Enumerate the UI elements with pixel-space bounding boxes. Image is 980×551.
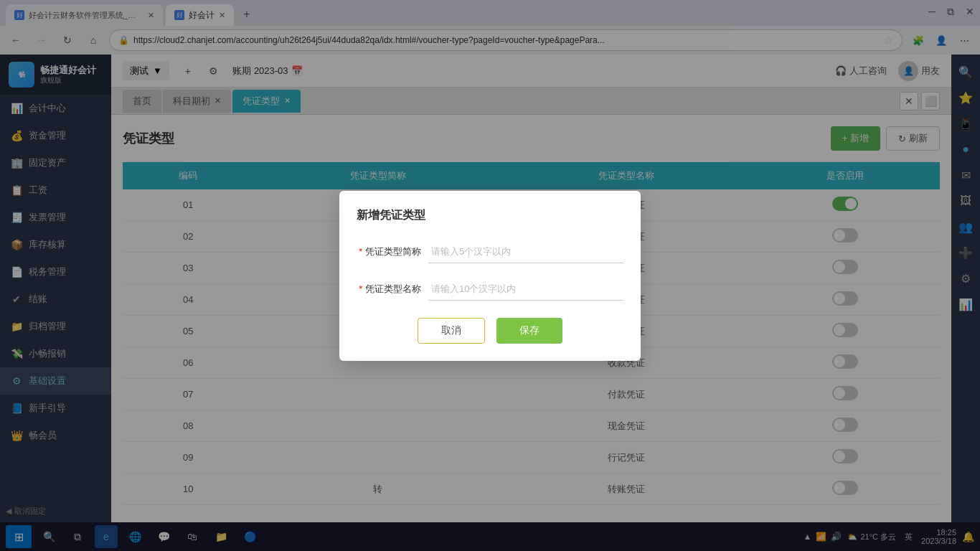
field1-label: * 凭证类型简称	[357, 245, 428, 258]
field2-label: * 凭证类型名称	[357, 283, 428, 296]
modal-overlay: 新增凭证类型 * 凭证类型简称 * 凭证类型名称 取消 保存	[0, 0, 980, 551]
modal-dialog: 新增凭证类型 * 凭证类型简称 * 凭证类型名称 取消 保存	[339, 191, 641, 361]
required-star-1: *	[359, 246, 362, 257]
form-row-name: * 凭证类型名称	[357, 278, 623, 301]
required-star-2: *	[359, 283, 362, 294]
cancel-button[interactable]: 取消	[418, 318, 485, 344]
save-button[interactable]: 保存	[496, 318, 562, 344]
modal-title: 新增凭证类型	[357, 208, 623, 223]
modal-footer: 取消 保存	[357, 318, 623, 344]
form-row-short: * 凭证类型简称	[357, 240, 623, 263]
field2-input[interactable]	[428, 278, 623, 301]
field1-input[interactable]	[428, 240, 623, 263]
